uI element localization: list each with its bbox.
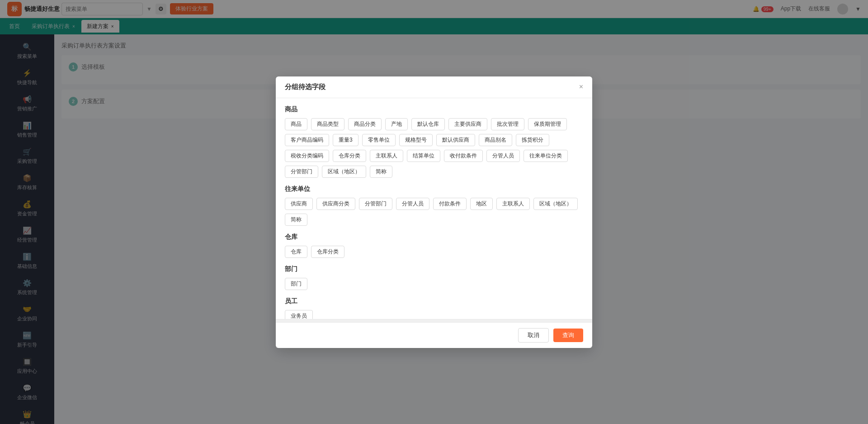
modal-footer: 取消 查询 bbox=[276, 322, 592, 348]
field-tag[interactable]: 产地 bbox=[385, 118, 408, 130]
field-tag[interactable]: 分管人员 bbox=[486, 150, 520, 162]
field-tag[interactable]: 重量3 bbox=[333, 134, 359, 146]
modal-overlay: 分组待选字段 × 商品商品商品类型商品分类产地默认仓库主要供应商批次管理保质期管… bbox=[0, 0, 868, 424]
field-tag[interactable]: 仓库分类 bbox=[311, 246, 344, 258]
field-tag[interactable]: 保质期管理 bbox=[528, 118, 567, 130]
field-tags: 商品商品类型商品分类产地默认仓库主要供应商批次管理保质期管理客户商品编码重量3零… bbox=[285, 118, 583, 178]
field-tag[interactable]: 税收分类编码 bbox=[285, 150, 329, 162]
field-tag[interactable]: 业务员 bbox=[285, 310, 313, 319]
field-select-modal: 分组待选字段 × 商品商品商品类型商品分类产地默认仓库主要供应商批次管理保质期管… bbox=[276, 76, 592, 348]
field-tags: 仓库仓库分类 bbox=[285, 246, 583, 258]
field-tag[interactable]: 拣货积分 bbox=[516, 134, 549, 146]
field-tag[interactable]: 分管人员 bbox=[396, 198, 429, 210]
field-tag[interactable]: 往来单位分类 bbox=[524, 150, 568, 162]
field-tag[interactable]: 批次管理 bbox=[491, 118, 524, 130]
field-group-title: 员工 bbox=[285, 297, 583, 305]
cancel-button[interactable]: 取消 bbox=[518, 328, 549, 343]
field-group-title: 部门 bbox=[285, 265, 583, 273]
field-tag[interactable]: 仓库分类 bbox=[333, 150, 366, 162]
field-tag[interactable]: 商品 bbox=[285, 118, 307, 130]
field-group-title: 商品 bbox=[285, 105, 583, 114]
modal-close-button[interactable]: × bbox=[579, 83, 583, 91]
modal-title: 分组待选字段 bbox=[285, 83, 326, 91]
field-tag[interactable]: 分管部门 bbox=[359, 198, 392, 210]
field-tag[interactable]: 商品类型 bbox=[311, 118, 344, 130]
field-tag[interactable]: 规格型号 bbox=[399, 134, 433, 146]
field-tag[interactable]: 区域（地区） bbox=[322, 166, 366, 178]
field-tag[interactable]: 收付款条件 bbox=[444, 150, 483, 162]
field-tag[interactable]: 付款条件 bbox=[433, 198, 467, 210]
field-tag[interactable]: 供应商分类 bbox=[316, 198, 355, 210]
field-tags: 部门 bbox=[285, 278, 583, 290]
field-tag[interactable]: 简称 bbox=[285, 214, 307, 226]
field-tag[interactable]: 分管部门 bbox=[285, 166, 318, 178]
field-tag[interactable]: 部门 bbox=[285, 278, 307, 290]
modal-header: 分组待选字段 × bbox=[276, 76, 592, 98]
field-tag[interactable]: 商品分类 bbox=[348, 118, 382, 130]
field-tag[interactable]: 主要供应商 bbox=[448, 118, 487, 130]
confirm-button[interactable]: 查询 bbox=[553, 329, 583, 342]
field-tags: 业务员 bbox=[285, 310, 583, 319]
modal-body: 商品商品商品类型商品分类产地默认仓库主要供应商批次管理保质期管理客户商品编码重量… bbox=[276, 98, 592, 319]
modal-hscrollbar[interactable] bbox=[276, 319, 592, 322]
field-tag[interactable]: 主联系人 bbox=[370, 150, 403, 162]
field-tags: 供应商供应商分类分管部门分管人员付款条件地区主联系人区域（地区）简称 bbox=[285, 198, 583, 226]
field-group-title: 往来单位 bbox=[285, 185, 583, 193]
field-tag[interactable]: 默认供应商 bbox=[436, 134, 475, 146]
field-tag[interactable]: 地区 bbox=[470, 198, 493, 210]
field-tag[interactable]: 仓库 bbox=[285, 246, 307, 258]
field-group-title: 仓库 bbox=[285, 233, 583, 241]
field-tag[interactable]: 默认仓库 bbox=[411, 118, 445, 130]
field-tag[interactable]: 客户商品编码 bbox=[285, 134, 329, 146]
field-tag[interactable]: 区域（地区） bbox=[533, 198, 578, 210]
field-tag[interactable]: 零售单位 bbox=[362, 134, 396, 146]
field-tag[interactable]: 商品别名 bbox=[479, 134, 512, 146]
field-tag[interactable]: 简称 bbox=[370, 166, 392, 178]
field-tag[interactable]: 供应商 bbox=[285, 198, 313, 210]
field-tag[interactable]: 结算单位 bbox=[407, 150, 440, 162]
field-tag[interactable]: 主联系人 bbox=[496, 198, 530, 210]
